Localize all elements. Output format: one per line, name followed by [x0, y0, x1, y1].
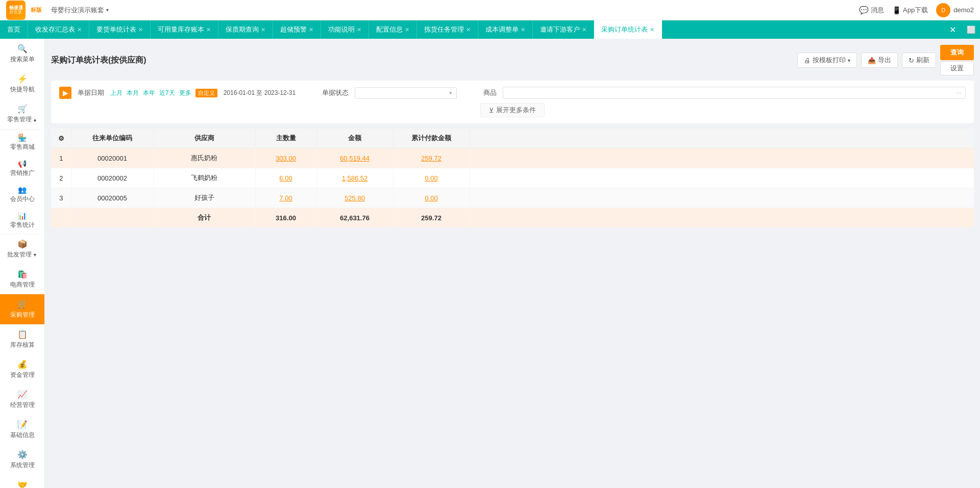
refresh-btn[interactable]: ↻ 刷新	[902, 53, 936, 68]
col-supplier-header[interactable]: 供应商	[153, 129, 255, 148]
tab-cost-adjust[interactable]: 成本调整单✕	[478, 20, 533, 39]
row-2-supplier: 飞鹤奶粉	[153, 168, 255, 188]
tab-home[interactable]: 首页	[0, 20, 28, 39]
sidebar-item-enterprise[interactable]: 🤝 企业协同	[0, 475, 44, 488]
row-1-paid[interactable]: 259.72	[393, 148, 470, 168]
shortcut-more[interactable]: 更多	[179, 89, 191, 97]
status-filter-label: 单据状态	[322, 88, 349, 97]
sidebar-item-system[interactable]: ⚙️ 系统管理	[0, 445, 44, 475]
row-2-qty[interactable]: 6.00	[255, 168, 316, 188]
tab-invite-downstream[interactable]: 邀请下游客户✕	[533, 20, 594, 39]
row-3-extra	[470, 188, 974, 208]
tab-restore-btn[interactable]: ⬜	[962, 20, 980, 39]
tab-overstock[interactable]: 超储预警✕	[273, 20, 321, 39]
col-qty-header[interactable]: 主数量	[255, 129, 316, 148]
sidebar-item-member-center[interactable]: 👥 会员中心	[0, 182, 44, 208]
col-supplier-code-header[interactable]: 往来单位编码	[71, 129, 153, 148]
filter-collapse-btn[interactable]: ▶	[59, 87, 71, 99]
tab-receive-send[interactable]: 收发存汇总表✕	[28, 20, 89, 39]
row-1-num: 1	[51, 148, 71, 168]
tab-order-stats[interactable]: 要货单统计表✕	[89, 20, 151, 39]
date-filter-label: 单据日期	[78, 88, 104, 97]
table-footer-row: 合计 316.00 62,631.76 259.72	[51, 208, 974, 228]
page-header: 采购订单统计表(按供应商) 🖨 按模板打印 ▾ 📤 导出 ↻ 刷新 查询 设	[51, 45, 974, 75]
row-2-supplier-code: 00020002	[71, 168, 153, 188]
row-2-num: 2	[51, 168, 71, 188]
sidebar-item-marketing[interactable]: 📢 营销推广	[0, 156, 44, 182]
sidebar-item-wholesale[interactable]: 📦 批发管理▼	[0, 234, 44, 264]
tab-expiry[interactable]: 保质期查询✕	[218, 20, 273, 39]
sidebar-item-basic-info[interactable]: 📝 基础信息	[0, 415, 44, 445]
col-extra-header	[470, 129, 974, 148]
main-content: 采购订单统计表(按供应商) 🖨 按模板打印 ▾ 📤 导出 ↻ 刷新 查询 设	[45, 39, 980, 488]
data-table: ⚙ 往来单位编码 供应商 主数量 金额	[51, 129, 974, 227]
template-print-btn[interactable]: 🖨 按模板打印 ▾	[797, 53, 857, 68]
table-row[interactable]: 1 00020001 惠氏奶粉 303.00 60,519.44 259.72	[51, 148, 974, 168]
status-select[interactable]: ▾	[355, 87, 457, 99]
user-avatar[interactable]: D demo2	[936, 3, 974, 17]
footer-paid: 259.72	[393, 208, 470, 228]
col-paid-header[interactable]: 累计付款金额	[393, 129, 470, 148]
sidebar-item-quick-nav[interactable]: ⚡ 快捷导航	[0, 69, 44, 99]
footer-amount: 62,631.76	[316, 208, 393, 228]
tab-config[interactable]: 配置信息✕	[369, 20, 417, 39]
row-3-amount[interactable]: 525.80	[316, 188, 393, 208]
sidebar-item-retail-stats[interactable]: 📊 零售统计	[0, 208, 44, 234]
settings-btn[interactable]: 设置	[940, 61, 974, 75]
app-download-btn[interactable]: 📱 App下载	[892, 6, 928, 15]
sidebar-item-ecommerce[interactable]: 🛍️ 电商管理	[0, 264, 44, 294]
query-btn[interactable]: 查询	[940, 45, 974, 60]
tab-function-guide[interactable]: 功能说明✕	[321, 20, 369, 39]
sidebar-item-search[interactable]: 🔍 搜索菜单	[0, 39, 44, 69]
app-version-label: 标版	[31, 6, 42, 14]
nav-tabs-bar: 首页 收发存汇总表✕ 要货单统计表✕ 可用量库存账本✕ 保质期查询✕ 超储预警✕…	[0, 20, 980, 39]
row-2-amount[interactable]: 1,586.52	[316, 168, 393, 188]
date-range-display: 2016-01-01 至 2023-12-31	[224, 89, 296, 97]
sidebar-item-inventory[interactable]: 📋 库存核算	[0, 324, 44, 354]
workspace-selector[interactable]: 母婴行业演示账套 ▾	[51, 6, 109, 15]
sidebar-item-retail-mgmt[interactable]: 🛒 零售管理▲	[0, 99, 44, 130]
top-bar: 畅捷通 好生意 标版 母婴行业演示账套 ▾ 💬 消息 📱 App下载 D dem…	[0, 0, 980, 20]
shortcut-last-month[interactable]: 上月	[110, 89, 122, 97]
row-3-paid[interactable]: 0.00	[393, 188, 470, 208]
message-btn[interactable]: 💬 消息	[859, 6, 884, 15]
row-1-extra	[470, 148, 974, 168]
shortcut-this-month[interactable]: 本月	[127, 89, 139, 97]
page-title: 采购订单统计表(按供应商)	[51, 55, 146, 66]
tab-purchase-order-stats[interactable]: 采购订单统计表✕	[594, 20, 662, 39]
row-3-num: 3	[51, 188, 71, 208]
row-3-supplier-code: 00020005	[71, 188, 153, 208]
footer-extra	[470, 208, 974, 228]
row-1-qty[interactable]: 303.00	[255, 148, 316, 168]
footer-qty: 316.00	[255, 208, 316, 228]
goods-input[interactable]: ···	[503, 87, 966, 99]
row-3-qty[interactable]: 7.00	[255, 188, 316, 208]
footer-empty2	[71, 208, 153, 228]
footer-empty	[51, 208, 71, 228]
footer-label: 合计	[153, 208, 255, 228]
table-row[interactable]: 2 00020002 飞鹤奶粉 6.00 1,586.52 0.00	[51, 168, 974, 188]
shortcut-7days[interactable]: 近7天	[159, 89, 175, 97]
sidebar-item-retail-mall[interactable]: 🏪 零售商城	[0, 130, 44, 156]
export-btn[interactable]: 📤 导出	[861, 53, 898, 68]
shortcut-this-year[interactable]: 本年	[143, 89, 155, 97]
col-settings-header[interactable]: ⚙	[51, 129, 71, 148]
tab-close-btn[interactable]: ✕	[943, 20, 962, 39]
col-amount-header[interactable]: 金额	[316, 129, 393, 148]
filter-row-1: ▶ 单据日期 上月 本月 本年 近7天 更多 自定义 2016-01-01 至 …	[59, 87, 966, 99]
sidebar: 🔍 搜索菜单 ⚡ 快捷导航 🛒 零售管理▲ 🏪 零售商城 📢 营销推广 👥 会员…	[0, 39, 45, 488]
expand-more-btn[interactable]: ⊻ 展开更多条件	[480, 103, 545, 117]
sidebar-item-finance[interactable]: 💰 资金管理	[0, 354, 44, 384]
goods-filter-label: 商品	[483, 88, 497, 97]
filter-area: ▶ 单据日期 上月 本月 本年 近7天 更多 自定义 2016-01-01 至 …	[51, 81, 974, 123]
tab-pick-task[interactable]: 拣货任务管理✕	[417, 20, 478, 39]
row-2-paid[interactable]: 0.00	[393, 168, 470, 188]
row-1-supplier-code: 00020001	[71, 148, 153, 168]
row-1-amount[interactable]: 60,519.44	[316, 148, 393, 168]
date-shortcuts: 上月 本月 本年 近7天 更多 自定义	[110, 89, 217, 97]
sidebar-item-operations[interactable]: 📈 经营管理	[0, 384, 44, 415]
sidebar-item-purchase[interactable]: 🛒 采购管理	[0, 294, 44, 324]
tab-inventory-book[interactable]: 可用量库存账本✕	[151, 20, 218, 39]
table-row[interactable]: 3 00020005 好孩子 7.00 525.80 0.00	[51, 188, 974, 208]
row-3-supplier: 好孩子	[153, 188, 255, 208]
